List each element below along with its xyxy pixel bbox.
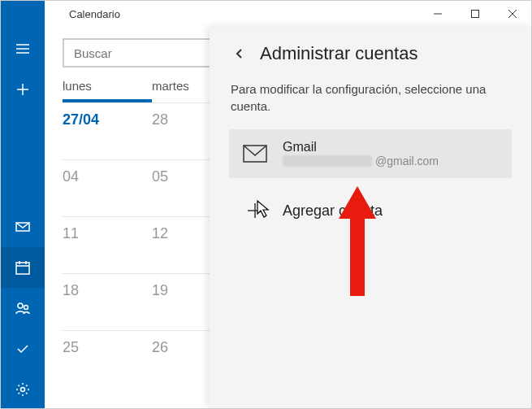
svg-rect-1 [472,11,479,18]
back-button[interactable] [229,43,250,64]
panel-description: Para modificar la configuración, selecci… [231,80,510,115]
calendar-cell[interactable]: 04 [63,168,152,185]
calendar-button[interactable] [1,247,45,288]
plus-icon [239,194,271,227]
sidebar [1,1,45,409]
settings-button[interactable] [1,369,45,409]
mail-button[interactable] [1,207,45,247]
manage-accounts-panel: Administrar cuentas Para modificar la co… [210,27,531,408]
svg-point-15 [24,306,28,310]
window-controls [419,1,531,27]
people-button[interactable] [1,288,45,329]
calendar-cell[interactable]: 11 [63,225,152,242]
maximize-button[interactable] [456,1,494,27]
todo-button[interactable] [1,329,45,369]
hamburger-button[interactable] [1,28,45,69]
new-event-button[interactable] [1,69,45,110]
mail-icon [239,137,271,170]
svg-point-14 [18,303,23,308]
redacted-text [283,155,372,167]
add-account-button[interactable]: Agregar cuenta [229,185,512,237]
day-header-monday: lunes [63,79,152,102]
calendar-cell[interactable]: 27/04 [63,111,152,128]
calendar-cell[interactable]: 25 [63,339,152,356]
close-button[interactable] [494,1,531,27]
account-email: @gmail.com [283,154,439,168]
minimize-button[interactable] [419,1,456,27]
svg-point-16 [21,388,25,392]
account-gmail[interactable]: Gmail @gmail.com [229,129,512,178]
panel-title: Administrar cuentas [260,43,417,64]
account-provider: Gmail [283,140,439,154]
svg-rect-10 [16,263,29,274]
app-title: Calendario [69,8,120,20]
add-account-label: Agregar cuenta [283,202,383,220]
calendar-cell[interactable]: 18 [63,282,152,299]
